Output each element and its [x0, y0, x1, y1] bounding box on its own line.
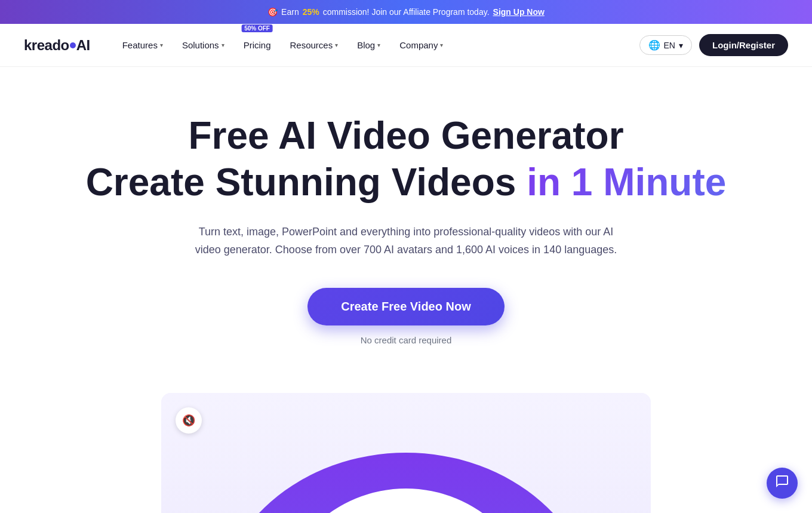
video-preview: 🔇 [161, 393, 651, 513]
banner-highlight: 25% [303, 7, 319, 17]
hero-section: Free AI Video Generator Create Stunning … [48, 67, 764, 369]
banner-signup-link[interactable]: Sign Up Now [493, 7, 545, 17]
chevron-down-icon: ▾ [222, 42, 224, 48]
chevron-down-icon: ▾ [679, 41, 683, 50]
nav-links: Features ▾ Solutions ▾ 50% OFF Pricing R… [114, 35, 639, 55]
hero-title-line1: Free AI Video Generator [60, 115, 752, 156]
nav-company[interactable]: Company ▾ [391, 35, 451, 55]
chevron-down-icon: ▾ [440, 42, 443, 48]
globe-icon: 🌐 [648, 39, 660, 51]
lang-label: EN [664, 41, 675, 50]
hero-title-line2: Create Stunning Videos in 1 Minute [60, 161, 752, 203]
chat-icon [775, 474, 789, 492]
hero-subtitle: Turn text, image, PowerPoint and everyth… [191, 223, 621, 259]
language-selector[interactable]: 🌐 EN ▾ [639, 35, 692, 55]
video-arch-background [161, 393, 651, 513]
nav-blog[interactable]: Blog ▾ [349, 35, 389, 55]
navbar: kreadoAI Features ▾ Solutions ▾ 50% OFF … [0, 24, 812, 67]
create-free-video-button[interactable]: Create Free Video Now [307, 288, 504, 325]
pricing-badge: 50% OFF [241, 24, 273, 32]
nav-features[interactable]: Features ▾ [114, 35, 171, 55]
hero-title-accent: in 1 Minute [527, 161, 726, 204]
chat-widget-button[interactable] [767, 468, 798, 499]
hero-title-plain: Create Stunning Videos [86, 161, 516, 204]
target-icon: 🎯 [267, 7, 278, 17]
svg-point-1 [275, 489, 537, 513]
chevron-down-icon: ▾ [377, 42, 380, 48]
logo-ai: AI [76, 37, 90, 54]
chevron-down-icon: ▾ [335, 42, 338, 48]
banner-suffix: commission! Join our Affiliate Program t… [323, 7, 490, 17]
banner-prefix: Earn [281, 7, 299, 17]
top-banner: 🎯 Earn 25% commission! Join our Affiliat… [0, 0, 812, 24]
nav-resources[interactable]: Resources ▾ [281, 35, 346, 55]
login-register-button[interactable]: Login/Register [699, 34, 788, 56]
no-credit-label: No credit card required [60, 335, 752, 345]
nav-solutions[interactable]: Solutions ▾ [174, 35, 233, 55]
nav-right: 🌐 EN ▾ Login/Register [639, 34, 788, 56]
logo-dot-icon [70, 42, 76, 48]
nav-pricing[interactable]: 50% OFF Pricing [235, 35, 279, 55]
inner-arch-svg [275, 441, 537, 513]
chevron-down-icon: ▾ [160, 42, 163, 48]
video-section-wrapper: 🔇 [137, 393, 675, 513]
mute-icon: 🔇 [182, 414, 195, 427]
logo-text: kreado [24, 37, 69, 54]
logo[interactable]: kreadoAI [24, 37, 90, 54]
mute-button[interactable]: 🔇 [176, 407, 202, 434]
